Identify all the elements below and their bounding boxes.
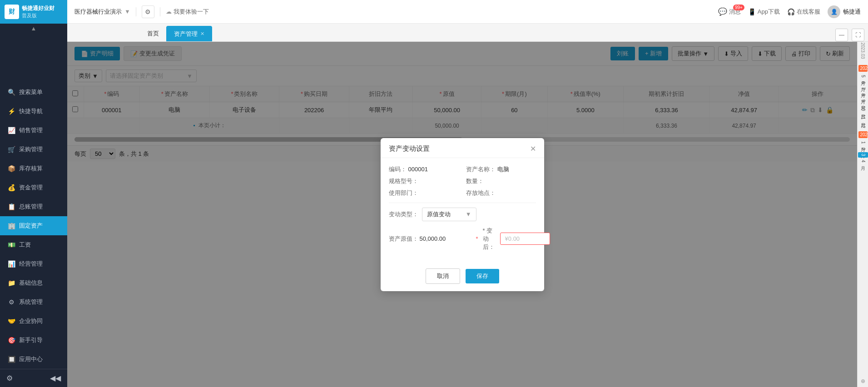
sidebar-item-guide[interactable]: 🎯 新手引导 (0, 331, 67, 350)
sidebar-scroll-up[interactable]: ▲ (0, 24, 67, 33)
ledger-icon: 📋 (7, 203, 15, 211)
apps-icon: 🔲 (7, 355, 15, 363)
modal-body: 编码： 000001 资产名称： 电脑 规格型号： (381, 158, 544, 264)
main-area: 医疗器械行业演示 ▼ ⚙ ☁ 我要体验一下 💬 消息 99+ 📱 (67, 0, 868, 387)
topbar-divider (136, 7, 136, 16)
sidebar-item-basic[interactable]: 📁 基础信息 (0, 273, 67, 293)
sidebar-item-system[interactable]: ⚙ 系统管理 (0, 293, 67, 312)
sidebar-item-payroll[interactable]: 💵 工资 (0, 235, 67, 254)
company-dropdown-icon: ▼ (124, 8, 130, 15)
app-container: 财 畅捷通好业财 普及版 ▲ 🔍 搜索菜单 ⚡ 快捷导航 📈 销售管理 (0, 0, 868, 387)
tab-home[interactable]: 首页 (140, 26, 166, 41)
modal-title: 资产变动设置 (389, 144, 430, 153)
month-10[interactable]: 10月 (859, 104, 867, 112)
quicknav-icon: ⚡ (7, 107, 15, 115)
asset-change-modal: 资产变动设置 ✕ 编码： 000001 资产名称： (381, 138, 544, 291)
settings-gear-btn[interactable]: ⚙ (142, 5, 154, 18)
guide-icon: 🎯 (7, 336, 15, 344)
change-type-select[interactable]: 原值变动 ▼ (422, 208, 476, 221)
month-1[interactable]: 1月 (859, 140, 867, 145)
logo-text-area: 畅捷通好业财 普及版 (22, 5, 55, 19)
modal-dept-item: 使用部门： (389, 189, 459, 197)
sidebar: 财 畅捷通好业财 普及版 ▲ 🔍 搜索菜单 ⚡ 快捷导航 📈 销售管理 (0, 0, 67, 387)
month-3[interactable]: 3月 (858, 152, 868, 158)
change-type-dropdown-icon: ▼ (466, 211, 471, 218)
tab-close-icon[interactable]: ✕ (200, 31, 204, 37)
logo-sub-text: 普及版 (22, 12, 55, 19)
sidebar-nav: ▲ (0, 24, 67, 83)
company-selector[interactable]: 医疗器械行业演示 ▼ (74, 8, 130, 16)
modal-close-btn[interactable]: ✕ (530, 144, 536, 153)
sidebar-item-operations[interactable]: 📊 经营管理 (0, 254, 67, 273)
panel-expand-icon[interactable]: ⊕ (860, 375, 866, 387)
headset-icon: 🎧 (787, 8, 795, 15)
tabbar-actions: — ⛶ (832, 29, 868, 41)
month-6[interactable]: 6月 (859, 80, 867, 85)
experience-area: ☁ 我要体验一下 (166, 8, 209, 16)
finance-icon: 💰 (7, 184, 15, 192)
modal-code-label: 编码： (389, 165, 407, 174)
purchase-icon: 🛒 (7, 145, 15, 154)
tabbar: 首页 资产管理 ✕ — ⛶ (67, 24, 868, 42)
sidebar-footer: ⚙ ◀◀ (0, 369, 67, 387)
app-download-btn[interactable]: 📱 App下载 (748, 8, 780, 16)
sidebar-item-sales[interactable]: 📈 销售管理 (0, 121, 67, 140)
topbar-divider2 (160, 7, 160, 16)
sidebar-item-fixed[interactable]: 🏢 固定资产 (0, 216, 67, 235)
sidebar-item-ledger[interactable]: 📋 总账管理 (0, 197, 67, 216)
month-8[interactable]: 8月 (859, 92, 867, 98)
user-menu[interactable]: 👤 畅捷通 (828, 5, 861, 18)
fixed-assets-icon: 🏢 (7, 222, 15, 230)
modal-spec-item: 规格型号： (389, 177, 459, 185)
modal-info-grid: 编码： 000001 资产名称： 电脑 规格型号： (389, 165, 536, 197)
month-7[interactable]: 7月 (859, 86, 867, 91)
tab-maximize-btn[interactable]: ⛶ (852, 29, 864, 41)
month-12[interactable]: 12月 (859, 122, 867, 129)
collapse-icon[interactable]: ◀◀ (50, 374, 61, 382)
tab-assets-label: 资产管理 (174, 30, 198, 38)
gear-icon: ⚙ (145, 8, 151, 15)
modal-asset-name-item: 资产名称： 电脑 (466, 165, 536, 174)
cancel-button[interactable]: 取消 (426, 268, 460, 284)
original-value-value: 50,000.00 (420, 235, 465, 242)
topbar: 医疗器械行业演示 ▼ ⚙ ☁ 我要体验一下 💬 消息 99+ 📱 (67, 0, 868, 24)
sidebar-item-purchase[interactable]: 🛒 采购管理 (0, 140, 67, 159)
experience-text: 我要体验一下 (174, 8, 209, 16)
modal-divider (389, 203, 536, 203)
content-area: 📄 资产明细 📝 变更生成凭证 刘账 + 新增 批量操作 ▼ (67, 42, 868, 387)
sales-icon: 📈 (7, 126, 15, 134)
sidebar-item-cooperation[interactable]: 🤝 企业协同 (0, 312, 67, 331)
online-service-btn[interactable]: 🎧 在线客服 (787, 8, 820, 16)
after-change-input[interactable] (500, 233, 550, 245)
minimize-icon: — (839, 32, 844, 38)
required-marker: * (476, 235, 478, 242)
change-type-label: 变动类型： (389, 210, 418, 218)
settings-icon[interactable]: ⚙ (6, 374, 13, 382)
message-icon: 💬 (718, 7, 727, 16)
operations-icon: 📊 (7, 260, 15, 268)
tab-assets[interactable]: 资产管理 ✕ (166, 26, 212, 41)
sidebar-item-apps[interactable]: 🔲 应用中心 (0, 350, 67, 369)
month-5[interactable]: 5月 (859, 74, 867, 79)
logo-main-text: 畅捷通好业财 (22, 5, 55, 12)
basic-icon: 📁 (7, 279, 15, 287)
sidebar-item-quicknav[interactable]: ⚡ 快捷导航 (0, 102, 67, 121)
modal-footer: 取消 保存 (381, 264, 544, 291)
save-button[interactable]: 保存 (466, 269, 499, 283)
month-11[interactable]: 11月 (859, 113, 867, 121)
original-value-row: 资产原值： 50,000.00 * * 变动后： (389, 227, 536, 251)
year-badge: 2023 (858, 65, 868, 72)
month-4[interactable]: 4月 (859, 159, 867, 164)
cloud-icon: ☁ (166, 8, 172, 15)
sidebar-item-finance[interactable]: 💰 资金管理 (0, 178, 67, 197)
sidebar-logo: 财 畅捷通好业财 普及版 (0, 0, 67, 24)
sidebar-item-search[interactable]: 🔍 搜索菜单 (0, 83, 67, 102)
month-9[interactable]: 9月 (859, 98, 867, 104)
original-value-label: 资产原值： (389, 235, 416, 243)
sidebar-item-inventory[interactable]: 📦 库存核算 (0, 159, 67, 178)
tab-minimize-btn[interactable]: — (835, 29, 848, 41)
inventory-icon: 📦 (7, 164, 15, 173)
message-btn[interactable]: 💬 消息 99+ (718, 7, 741, 16)
month-2[interactable]: 2月 (859, 146, 867, 152)
tab-home-label: 首页 (147, 30, 159, 38)
